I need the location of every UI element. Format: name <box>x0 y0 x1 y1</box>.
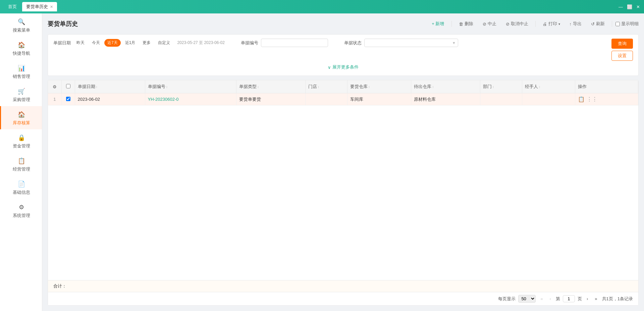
date-btn-today[interactable]: 今天 <box>89 39 103 47</box>
date-btn-yesterday[interactable]: 昨天 <box>73 39 88 47</box>
status-filter-label: 单据状态 <box>344 40 362 46</box>
row-store <box>305 93 347 105</box>
row-docno[interactable]: YH-20230602-0 <box>145 93 236 105</box>
delete-button[interactable]: 🗑 删除 <box>455 19 477 29</box>
table-footer: 合计： <box>48 280 638 292</box>
sidebar: 🔍 搜索菜单 🏠 快捷导航 📊 销售管理 🛒 采购管理 🏠 库存核算 🔒 资金管… <box>0 13 42 311</box>
window-close[interactable]: ✕ <box>636 4 640 9</box>
page-size-select[interactable]: 20 50 100 <box>518 295 536 303</box>
table-row: 1 2023-06-02 YH-20230602-0 要货单要货 车间库 原材料… <box>48 93 638 105</box>
window-maximize[interactable]: ⬜ <box>627 4 632 9</box>
expand-icon: ∨ <box>328 65 331 70</box>
column-handler: 经手人↕ <box>522 80 575 93</box>
docno-filter: 单据编号 <box>241 39 328 47</box>
current-page-input[interactable] <box>563 295 575 302</box>
filter-bar: 单据日期 昨天 今天 近7天 近1月 更多 自定义 2023-05-27 至 2… <box>48 34 639 76</box>
row-doctype: 要货单要货 <box>236 93 305 105</box>
row-checkbox[interactable] <box>61 93 75 105</box>
date-btn-7days[interactable]: 近7天 <box>104 39 121 47</box>
first-page-btn[interactable]: « <box>538 296 545 302</box>
tab-close-icon[interactable]: ✕ <box>50 5 53 9</box>
row-pending-warehouse: 原材料仓库 <box>411 93 480 105</box>
delete-icon: 🗑 <box>459 21 463 27</box>
shortcut-nav-icon: 🏠 <box>18 41 25 49</box>
print-chevron-icon[interactable]: ▾ <box>558 22 560 26</box>
sidebar-item-sales-mgmt[interactable]: 📊 销售管理 <box>0 60 42 83</box>
divider1 <box>451 21 452 27</box>
refresh-icon: ↺ <box>591 21 595 27</box>
sidebar-item-sys-mgmt[interactable]: ⚙ 系统管理 <box>0 199 42 222</box>
column-docno: 单据编号↕ <box>145 80 236 93</box>
content-area: 要货单历史 + 新增 🗑 删除 ⊘ 中止 ⊘ 取消中止 🖨 <box>42 13 644 311</box>
last-page-btn[interactable]: » <box>593 296 599 302</box>
row-edit-btn[interactable]: 📋 <box>578 96 585 102</box>
filter-top-row: 单据日期 昨天 今天 近7天 近1月 更多 自定义 2023-05-27 至 2… <box>53 39 633 61</box>
sidebar-item-shortcut-nav[interactable]: 🏠 快捷导航 <box>0 37 42 60</box>
tab-purchase-history[interactable]: 要货单历史 ✕ <box>22 2 57 11</box>
prev-page-btn[interactable]: ‹ <box>548 296 553 302</box>
window-minimize[interactable]: — <box>619 4 623 9</box>
stop-icon: ⊘ <box>483 21 486 27</box>
refresh-button[interactable]: ↺ 刷新 <box>587 19 608 29</box>
ops-mgmt-icon: 📋 <box>18 157 25 165</box>
sidebar-item-ops-mgmt[interactable]: 📋 经营管理 <box>0 152 42 176</box>
window-controls: — ⬜ ✕ <box>619 4 640 9</box>
docno-filter-label: 单据编号 <box>241 40 258 46</box>
date-filter-btns: 昨天 今天 近7天 近1月 更多 自定义 <box>73 39 173 47</box>
next-page-btn[interactable]: › <box>585 296 590 302</box>
row-ops: 📋 ⋮⋮ <box>575 93 638 105</box>
sidebar-item-purchase-mgmt[interactable]: 🛒 采购管理 <box>0 83 42 106</box>
docno-input[interactable] <box>261 39 328 47</box>
expand-more-btn[interactable]: ∨ 展开更多条件 <box>325 63 361 72</box>
filter-actions: 查询 设置 <box>611 39 633 61</box>
table-body: 1 2023-06-02 YH-20230602-0 要货单要货 车间库 原材料… <box>48 93 638 105</box>
total-info: 共1页，1条记录 <box>602 296 633 302</box>
status-select-chevron: ▾ <box>453 40 455 45</box>
row-date: 2023-06-02 <box>75 93 145 105</box>
sidebar-item-inventory-calc[interactable]: 🏠 库存核算 <box>0 106 42 129</box>
cancel-stop-button[interactable]: ⊘ 取消中止 <box>502 19 532 29</box>
query-button[interactable]: 查询 <box>611 39 633 49</box>
column-checkbox <box>61 80 75 93</box>
setting-button[interactable]: 设置 <box>611 51 633 61</box>
date-range-display: 2023-05-27 至 2023-06-02 <box>177 40 224 46</box>
column-pending-warehouse: 待出仓库↕ <box>411 80 480 93</box>
column-dept: 部门↕ <box>480 80 522 93</box>
date-filter-label: 单据日期 <box>53 40 71 46</box>
sidebar-item-basic-info[interactable]: 📄 基础信息 <box>0 176 42 199</box>
page-size-label: 每页显示 <box>498 296 516 302</box>
export-button[interactable]: ↑ 导出 <box>566 19 586 29</box>
top-bar: 首页 要货单历史 ✕ — ⬜ ✕ <box>0 0 644 13</box>
page-label: 第 <box>556 296 560 302</box>
purchase-mgmt-icon: 🛒 <box>18 88 25 95</box>
page-title: 要货单历史 <box>48 20 78 28</box>
show-detail-checkbox[interactable]: 显示明细 <box>615 21 639 27</box>
table-container: ⚙ 单据日期↕ 单据编号↕ 单据类型↕ 门店↕ 要货仓库↕ 待出仓库↕ 部门↕ … <box>48 80 639 306</box>
new-button[interactable]: + 新增 <box>428 19 448 29</box>
search-menu-icon: 🔍 <box>18 18 25 26</box>
column-ops: 操作 <box>575 80 638 93</box>
row-dept <box>480 93 522 105</box>
finance-mgmt-icon: 🔒 <box>18 134 25 141</box>
status-select[interactable]: ▾ <box>364 39 458 47</box>
divider3 <box>612 21 612 27</box>
stop-button[interactable]: ⊘ 中止 <box>479 19 500 29</box>
row-more-btn[interactable]: ⋮⋮ <box>587 96 597 102</box>
print-button[interactable]: 🖨 打印 ▾ <box>539 19 564 29</box>
select-all-checkbox[interactable] <box>66 84 70 88</box>
pagination: 每页显示 20 50 100 « ‹ 第 页 › » 共1页，1条记录 <box>48 292 638 305</box>
main-layout: 🔍 搜索菜单 🏠 快捷导航 📊 销售管理 🛒 采购管理 🏠 库存核算 🔒 资金管… <box>0 13 644 311</box>
sidebar-item-finance-mgmt[interactable]: 🔒 资金管理 <box>0 129 42 152</box>
table-header: ⚙ 单据日期↕ 单据编号↕ 单据类型↕ 门店↕ 要货仓库↕ 待出仓库↕ 部门↕ … <box>48 80 638 93</box>
column-date: 单据日期↕ <box>75 80 145 93</box>
status-filter: 单据状态 ▾ <box>344 39 458 47</box>
row-handler <box>522 93 575 105</box>
date-btn-more[interactable]: 更多 <box>140 39 154 47</box>
date-btn-1month[interactable]: 近1月 <box>122 39 139 47</box>
date-btn-custom[interactable]: 自定义 <box>155 39 173 47</box>
column-doctype: 单据类型↕ <box>236 80 305 93</box>
sidebar-item-search-menu[interactable]: 🔍 搜索菜单 <box>0 13 42 37</box>
tab-home[interactable]: 首页 <box>4 2 21 11</box>
column-settings-icon[interactable]: ⚙ <box>48 80 61 93</box>
column-store: 门店↕ <box>305 80 347 93</box>
